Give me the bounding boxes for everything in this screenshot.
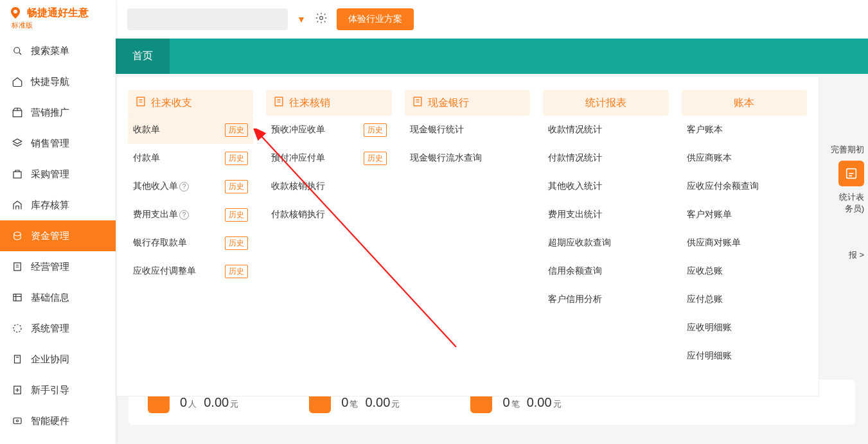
sidebar-item-9[interactable]: 系统管理 <box>0 313 116 344</box>
mega-item[interactable]: 付款单历史 <box>128 144 253 172</box>
svg-point-10 <box>17 420 19 422</box>
sidebar-icon-8 <box>12 292 23 303</box>
mega-col-head-0: 往来收支 <box>128 90 253 116</box>
right-text-2a: 统计表 <box>817 191 864 203</box>
svg-point-11 <box>319 17 323 20</box>
sidebar-icon-0 <box>12 45 23 57</box>
mega-item[interactable]: 收款单历史 <box>128 116 253 144</box>
sidebar-item-3[interactable]: 销售管理 <box>0 128 116 159</box>
brand-icon <box>8 5 23 21</box>
svg-rect-3 <box>13 172 21 178</box>
mega-item[interactable]: 现金银行统计 <box>405 116 530 144</box>
svg-point-0 <box>13 10 17 13</box>
sidebar-item-0[interactable]: 搜索菜单 <box>0 35 116 66</box>
sidebar-item-2[interactable]: 营销推广 <box>0 97 116 128</box>
right-text-1: 完善期初 <box>817 144 864 155</box>
mega-item[interactable]: 应付总账 <box>682 285 807 314</box>
mega-item[interactable]: 现金银行流水查询 <box>405 144 530 172</box>
svg-rect-14 <box>414 97 421 105</box>
topbar: ▼ 体验行业方案 <box>116 0 868 39</box>
svg-rect-7 <box>15 355 21 363</box>
help-icon[interactable]: ? <box>179 210 189 220</box>
brand: 畅捷通好生意 <box>0 0 116 21</box>
svg-rect-5 <box>13 294 21 301</box>
history-link[interactable]: 历史 <box>225 180 248 193</box>
sidebar: 畅捷通好生意 标准版 搜索菜单快捷导航营销推广销售管理采购管理库存核算资金管理经… <box>0 0 116 444</box>
history-link[interactable]: 历史 <box>225 123 248 137</box>
svg-point-6 <box>13 324 21 332</box>
sidebar-item-11[interactable]: 新手引导 <box>0 375 116 405</box>
sidebar-icon-11 <box>12 384 23 396</box>
mega-item[interactable]: 超期应收款查询 <box>543 229 668 257</box>
right-text-2b: 务员) <box>817 203 864 215</box>
sidebar-item-7[interactable]: 经营管理 <box>0 251 116 282</box>
mega-item[interactable]: 费用支出统计 <box>543 200 668 229</box>
sidebar-item-4[interactable]: 采购管理 <box>0 159 116 190</box>
history-link[interactable]: 历史 <box>225 152 248 165</box>
sidebar-item-10[interactable]: 企业协同 <box>0 344 116 375</box>
svg-rect-12 <box>137 97 145 105</box>
help-icon[interactable]: ? <box>179 182 189 191</box>
svg-rect-13 <box>276 97 283 105</box>
history-link[interactable]: 历史 <box>364 152 387 165</box>
doc-icon <box>134 95 147 111</box>
doc-icon <box>272 95 285 111</box>
right-panel: 完善期初 统计表 务员) 报 > <box>817 109 868 261</box>
sidebar-item-5[interactable]: 库存核算 <box>0 190 116 220</box>
mega-item[interactable]: 客户信用分析 <box>543 285 668 314</box>
sidebar-icon-4 <box>12 168 23 180</box>
mega-item[interactable]: 应收应付余额查询 <box>682 172 807 200</box>
funds-mega-menu: 往来收支收款单历史付款单历史其他收入单?历史费用支出单?历史银行存取款单历史应收… <box>116 77 819 396</box>
mega-item[interactable]: 付款核销执行 <box>266 200 391 229</box>
sidebar-item-8[interactable]: 基础信息 <box>0 282 116 313</box>
sidebar-icon-3 <box>12 138 23 149</box>
sidebar-icon-7 <box>12 261 23 272</box>
mega-item[interactable]: 应收应付调整单历史 <box>128 257 253 285</box>
history-link[interactable]: 历史 <box>225 236 248 250</box>
doc-icon <box>411 95 424 111</box>
org-selector[interactable] <box>127 8 288 30</box>
mega-item[interactable]: 费用支出单?历史 <box>128 200 253 229</box>
svg-rect-9 <box>13 418 21 424</box>
mega-item[interactable]: 预收冲应收单历史 <box>266 116 391 144</box>
chevron-down-icon[interactable]: ▼ <box>297 14 306 24</box>
try-plan-button[interactable]: 体验行业方案 <box>337 8 414 30</box>
right-text-3[interactable]: 报 > <box>817 249 864 261</box>
sidebar-icon-9 <box>12 323 23 334</box>
mega-item[interactable]: 客户对账单 <box>682 200 807 229</box>
brand-name: 畅捷通好生意 <box>27 6 89 20</box>
mega-item[interactable]: 客户账本 <box>682 116 807 144</box>
mega-item[interactable]: 其他收入统计 <box>543 172 668 200</box>
mega-item[interactable]: 供应商账本 <box>682 144 807 172</box>
stats-icon[interactable] <box>838 161 864 186</box>
sidebar-item-6[interactable]: 资金管理 <box>0 220 116 251</box>
sidebar-icon-5 <box>12 199 23 211</box>
history-link[interactable]: 历史 <box>225 208 248 222</box>
mega-col-head-3: 统计报表 <box>543 90 668 116</box>
tabbar: 首页 <box>116 39 868 74</box>
mega-col-head-4: 账本 <box>682 90 807 116</box>
gear-icon[interactable] <box>315 12 328 27</box>
history-link[interactable]: 历史 <box>225 265 248 278</box>
mega-item[interactable]: 应收明细账 <box>682 314 807 342</box>
mega-item[interactable]: 收款情况统计 <box>543 116 668 144</box>
mega-item[interactable]: 其他收入单?历史 <box>128 172 253 200</box>
mega-item[interactable]: 供应商对账单 <box>682 229 807 257</box>
sidebar-item-12[interactable]: 智能硬件 <box>0 405 116 436</box>
sidebar-item-1[interactable]: 快捷导航 <box>0 66 116 97</box>
mega-item[interactable]: 付款情况统计 <box>543 144 668 172</box>
history-link[interactable]: 历史 <box>364 123 387 137</box>
sidebar-icon-10 <box>12 353 23 365</box>
mega-item[interactable]: 应付明细账 <box>682 342 807 370</box>
tab-home[interactable]: 首页 <box>116 39 170 74</box>
svg-rect-2 <box>13 111 22 117</box>
svg-point-1 <box>14 48 20 53</box>
sidebar-icon-1 <box>12 76 23 87</box>
mega-item[interactable]: 信用余额查询 <box>543 257 668 285</box>
mega-item[interactable]: 银行存取款单历史 <box>128 229 253 257</box>
mega-item[interactable]: 预付冲应付单历史 <box>266 144 391 172</box>
mega-item[interactable]: 收款核销执行 <box>266 172 391 200</box>
sidebar-icon-6 <box>12 230 23 242</box>
mega-item[interactable]: 应收总账 <box>682 257 807 285</box>
sidebar-icon-12 <box>12 415 23 427</box>
